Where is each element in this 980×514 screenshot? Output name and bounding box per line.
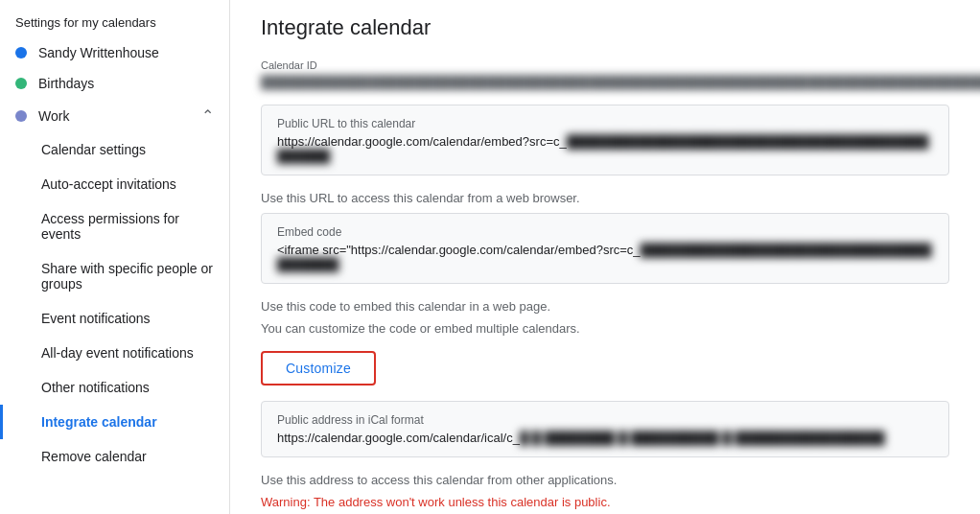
sidebar-sub-integrate[interactable]: Integrate calendar <box>0 405 229 439</box>
calendar-id-section: Calendar ID ████████████████████████████… <box>261 59 949 89</box>
public-url-helper: Use this URL to access this calendar fro… <box>261 191 949 205</box>
customize-button[interactable]: Customize <box>261 351 376 386</box>
dot-icon-birthdays <box>15 78 27 89</box>
embed-helper2: You can customize the code or embed mult… <box>261 321 949 336</box>
page-title: Integrate calendar <box>261 15 949 40</box>
sidebar-section-title: Settings for my calendars <box>0 8 229 37</box>
dot-icon-work <box>15 110 27 122</box>
sidebar-item-work[interactable]: Work ⌃ <box>0 99 229 132</box>
chevron-up-icon: ⌃ <box>201 106 214 125</box>
sidebar-sub-access-permissions[interactable]: Access permissions for events <box>0 201 229 251</box>
dot-icon-sandy <box>15 47 27 58</box>
public-url-value: https://calendar.google.com/calendar/emb… <box>277 134 933 163</box>
sidebar-sub-event-notif[interactable]: Event notifications <box>0 301 229 336</box>
sidebar-item-label-work: Work <box>38 108 201 124</box>
sidebar-sub-remove[interactable]: Remove calendar <box>0 439 229 474</box>
work-sub-items: Calendar settings Auto-accept invitation… <box>0 132 229 474</box>
sidebar-sub-other-notif[interactable]: Other notifications <box>0 370 229 405</box>
ical-helper1: Use this address to access this calendar… <box>261 473 949 487</box>
ical-public-label: Public address in iCal format <box>277 413 933 427</box>
public-url-section: Public URL to this calendar https://cale… <box>261 105 949 175</box>
public-url-label: Public URL to this calendar <box>277 117 933 130</box>
sidebar-sub-calendar-settings[interactable]: Calendar settings <box>0 132 229 167</box>
sidebar-sub-allday-notif[interactable]: All-day event notifications <box>0 336 229 370</box>
calendar-id-value: ████████████████████████████████████████… <box>261 75 949 89</box>
sidebar-sub-share-people[interactable]: Share with specific people or groups <box>0 251 229 301</box>
embed-helper1: Use this code to embed this calendar in … <box>261 299 949 314</box>
sidebar-item-sandy[interactable]: Sandy Writtenhouse <box>0 37 229 68</box>
ical-public-section: Public address in iCal format https://ca… <box>261 401 949 457</box>
embed-code-label: Embed code <box>277 225 933 239</box>
embed-code-section: Embed code <iframe src="https://calendar… <box>261 213 949 284</box>
sidebar-item-label-sandy: Sandy Writtenhouse <box>38 45 214 60</box>
sidebar: Settings for my calendars Sandy Writtenh… <box>0 0 230 514</box>
sidebar-item-label-birthdays: Birthdays <box>38 76 214 91</box>
calendar-id-label: Calendar ID <box>261 59 949 71</box>
sidebar-sub-auto-accept[interactable]: Auto-accept invitations <box>0 167 229 201</box>
ical-public-value: https://calendar.google.com/calendar/ica… <box>277 431 933 445</box>
main-content: Integrate calendar Calendar ID █████████… <box>230 0 980 514</box>
sidebar-item-birthdays[interactable]: Birthdays <box>0 68 229 99</box>
embed-code-value: <iframe src="https://calendar.google.com… <box>277 243 933 271</box>
ical-helper2: Warning: The address won't work unless t… <box>261 495 949 509</box>
